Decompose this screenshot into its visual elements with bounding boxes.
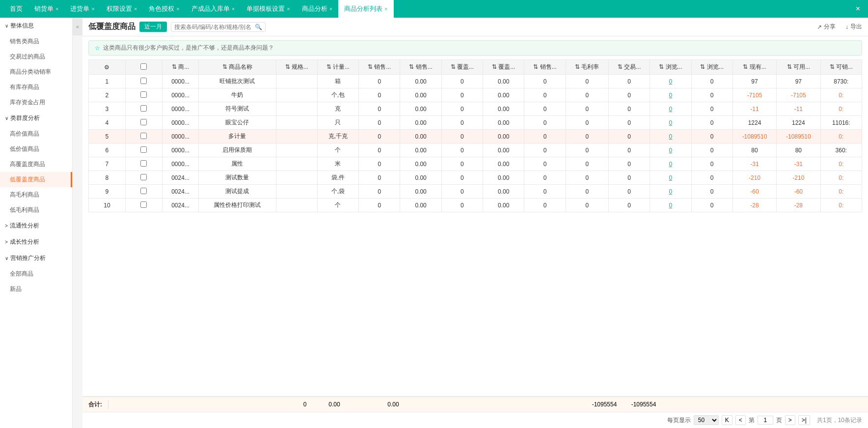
period-button[interactable]: 近一月: [139, 22, 167, 32]
nav-close-进货单[interactable]: ×: [91, 6, 94, 12]
sidebar-section-流通性分析[interactable]: >流通性分析: [0, 218, 72, 234]
nav-item-商品分析列表[interactable]: 商品分析列表×: [338, 0, 393, 18]
cell-name: 旺铺批次测试: [199, 75, 276, 88]
col-header-spec[interactable]: ⇅ 规格...: [276, 60, 317, 75]
browse-link[interactable]: 0: [669, 119, 673, 126]
row-checkbox[interactable]: [140, 188, 147, 194]
col-header-sales_qty[interactable]: ⇅ 销售...: [359, 60, 400, 75]
sidebar-collapse-button[interactable]: «: [73, 18, 82, 35]
row-checkbox[interactable]: [140, 119, 147, 125]
browse-link[interactable]: 0: [669, 78, 673, 85]
sidebar-section-类群度分析[interactable]: ∨类群度分析: [0, 110, 72, 126]
page-size-select[interactable]: 50 100 200: [694, 415, 719, 425]
col-header-browse1[interactable]: ⇅ 浏览...: [650, 60, 691, 75]
sidebar-section-营销推广分析[interactable]: ∨营销推广分析: [0, 250, 72, 266]
nav-close-权限设置[interactable]: ×: [134, 6, 137, 12]
nav-item-商品分析[interactable]: 商品分析×: [296, 0, 338, 18]
col-header-coverage2[interactable]: ⇅ 覆盖...: [483, 60, 524, 75]
share-button[interactable]: ↗ 分享: [817, 23, 836, 31]
nav-item-权限设置[interactable]: 权限设置×: [101, 0, 143, 18]
col-header-name[interactable]: ⇅ 商品名称: [199, 60, 276, 75]
select-all-checkbox[interactable]: [140, 63, 147, 70]
col-header-available[interactable]: ⇅ 可用...: [777, 60, 820, 75]
last-page-button[interactable]: >|: [798, 415, 810, 425]
col-header-browse2[interactable]: ⇅ 浏览...: [691, 60, 732, 75]
cell-sales_qty: 0: [359, 88, 400, 102]
cell-coverage2: 0.00: [483, 157, 524, 171]
browse-link[interactable]: 0: [669, 106, 673, 113]
sidebar-item-商品分类动销率[interactable]: 商品分类动销率: [0, 64, 72, 80]
sidebar-item-高价值商品[interactable]: 高价值商品: [0, 126, 72, 142]
row-checkbox[interactable]: [140, 91, 147, 98]
nav-item-角色授权[interactable]: 角色授权×: [143, 0, 185, 18]
sidebar-item-高毛利商品[interactable]: 高毛利商品: [0, 187, 72, 202]
cell-name: 牛奶: [199, 88, 276, 102]
cell-code: 0024...: [162, 171, 199, 185]
sidebar-item-低覆盖度商品[interactable]: 低覆盖度商品: [0, 172, 72, 187]
nav-item-首页[interactable]: 首页: [4, 0, 28, 18]
nav-close-单据模板设置[interactable]: ×: [287, 6, 290, 12]
row-checkbox[interactable]: [140, 146, 147, 153]
nav-close-产成品入库单[interactable]: ×: [232, 6, 235, 12]
page-number-input[interactable]: [758, 416, 773, 425]
row-checkbox[interactable]: [140, 201, 147, 208]
search-input[interactable]: [174, 24, 253, 30]
nav-close-销货单[interactable]: ×: [55, 6, 58, 12]
browse-link[interactable]: 0: [669, 161, 673, 168]
browse-link[interactable]: 0: [669, 133, 673, 140]
browse-link[interactable]: 0: [669, 202, 673, 209]
nav-close-角色授权[interactable]: ×: [176, 6, 179, 12]
row-checkbox[interactable]: [140, 78, 147, 84]
sidebar-item-销售类商品[interactable]: 销售类商品: [0, 34, 72, 49]
totals-value: -1095554: [585, 400, 624, 409]
cell-sales3: 0: [524, 157, 566, 171]
nav-close-商品分析[interactable]: ×: [329, 6, 332, 12]
cell-saleable: 11016:: [820, 116, 862, 130]
sidebar-item-交易过的商品[interactable]: 交易过的商品: [0, 49, 72, 64]
col-header-trade[interactable]: ⇅ 交易...: [608, 60, 650, 75]
cell-browse2: 0: [691, 88, 732, 102]
col-header-code[interactable]: ⇅ 商...: [162, 60, 199, 75]
close-all-button[interactable]: ×: [852, 4, 864, 13]
totals-bar: 合计:00.000.00-1095554-1095554: [82, 396, 868, 412]
sidebar-item-库存资金占用[interactable]: 库存资金占用: [0, 95, 72, 110]
col-header-sales_amt[interactable]: ⇅ 销售...: [400, 60, 441, 75]
nav-item-单据模板设置[interactable]: 单据模板设置×: [241, 0, 296, 18]
sidebar-item-全部商品[interactable]: 全部商品: [0, 266, 72, 282]
sidebar-item-有库存商品[interactable]: 有库存商品: [0, 80, 72, 95]
nav-close-商品分析列表[interactable]: ×: [384, 6, 387, 12]
nav-item-进货单[interactable]: 进货单×: [64, 0, 100, 18]
table-row: 30000...符号测试克00.0000.0000000-11-110:: [89, 102, 862, 116]
sidebar-section-成长性分析[interactable]: >成长性分析: [0, 234, 72, 250]
col-header-current[interactable]: ⇅ 现有...: [732, 60, 776, 75]
first-page-button[interactable]: K: [722, 415, 732, 425]
row-checkbox[interactable]: [140, 160, 147, 167]
sidebar-section-整体信息[interactable]: ∨整体信息: [0, 18, 72, 34]
col-header-sales3[interactable]: ⇅ 销售...: [524, 60, 566, 75]
cell-spec: [276, 143, 317, 157]
row-checkbox[interactable]: [140, 105, 147, 112]
row-checkbox[interactable]: [140, 174, 147, 180]
browse-link[interactable]: 0: [669, 188, 673, 195]
nav-item-销货单[interactable]: 销货单×: [28, 0, 64, 18]
export-button[interactable]: ↓ 导出: [845, 23, 862, 31]
row-checkbox[interactable]: [140, 133, 147, 139]
export-icon: ↓: [845, 24, 848, 30]
search-icon[interactable]: 🔍: [255, 24, 262, 30]
sidebar-item-高覆盖度商品[interactable]: 高覆盖度商品: [0, 157, 72, 172]
col-header-gross_margin[interactable]: ⇅ 毛利率: [566, 60, 608, 75]
settings-icon[interactable]: ⚙: [104, 64, 109, 71]
cell-code: 0000...: [162, 116, 199, 130]
browse-link[interactable]: 0: [669, 147, 673, 154]
col-header-unit[interactable]: ⇅ 计量...: [317, 60, 358, 75]
col-header-coverage1[interactable]: ⇅ 覆盖...: [441, 60, 483, 75]
sidebar-item-新品[interactable]: 新品: [0, 282, 72, 297]
col-header-saleable[interactable]: ⇅ 可销...: [820, 60, 862, 75]
browse-link[interactable]: 0: [669, 174, 673, 181]
sidebar-item-低毛利商品[interactable]: 低毛利商品: [0, 202, 72, 218]
prev-page-button[interactable]: <: [735, 415, 746, 425]
browse-link[interactable]: 0: [669, 92, 673, 99]
sidebar-item-低价值商品[interactable]: 低价值商品: [0, 142, 72, 157]
nav-item-产成品入库单[interactable]: 产成品入库单×: [186, 0, 241, 18]
next-page-button[interactable]: >: [785, 415, 795, 425]
